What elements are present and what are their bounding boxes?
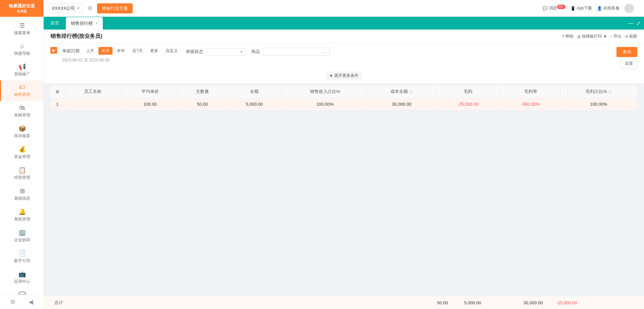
page-content: 销售排行榜(按业务员) ? 帮助 🖨 按模板打印 ▼ ↑ 导出 ↺ 刷新 <box>44 30 644 309</box>
cell-rank: 1 <box>51 98 64 110</box>
tab-controls: — ⤢ <box>628 20 644 27</box>
help-button[interactable]: ? 帮助 <box>562 34 573 39</box>
sidebar-item-operation[interactable]: 📋 经营管理 <box>0 163 43 184</box>
th-cost: 成本全额 ⓘ <box>368 85 436 98</box>
sidebar-item-purchase[interactable]: 🛍 采购管理 <box>0 101 43 121</box>
message-badge: 99+ <box>557 5 565 9</box>
trial-button[interactable]: 体验行业方案 <box>97 3 133 13</box>
goods-label: 商品 <box>251 49 260 55</box>
sidebar-item-inventory[interactable]: 📦 库存核算 <box>0 121 43 142</box>
cell-sales-pct: 100.00% <box>283 98 368 110</box>
date-tab-prev-month[interactable]: 上月 <box>83 47 97 55</box>
th-gross: 毛利 <box>436 85 501 98</box>
sidebar-bottom: ⚙ ◀ <box>0 295 43 309</box>
avatar[interactable] <box>625 4 634 13</box>
tab-sales-ranking[interactable]: 销售排行榜 × <box>66 17 103 30</box>
sidebar-item-marketing[interactable]: 📢 营销推广 <box>0 60 43 81</box>
sidebar-item-quick[interactable]: ⌂ 快捷导航 <box>0 39 43 60</box>
filter-mid: 单据状态 ▼ 商品 ... <box>186 47 611 56</box>
tab-close-icon[interactable]: × <box>95 21 98 26</box>
footer-quantity: 50.00 <box>429 300 456 305</box>
date-filter-row: 单据日期 上月 本月 本年 近7天 更多 自定义 <box>62 47 181 55</box>
sidebar-item-label: 系统管理 <box>14 216 30 222</box>
logo: 畅康通好生意 标准版 <box>0 0 43 17</box>
th-gross-rate: 毛利率 <box>501 85 560 98</box>
th-settings[interactable]: ⚙ <box>51 85 64 98</box>
cell-employee <box>64 98 121 110</box>
tab-active-label: 销售排行榜 <box>71 20 93 27</box>
date-tab-more[interactable]: 更多 <box>147 47 161 55</box>
service-icon: 👤 <box>597 6 602 11</box>
th-gross-pct: 毛利占比% ⓘ <box>560 85 637 98</box>
date-tab-7days[interactable]: 近7天 <box>129 47 146 55</box>
tab-home[interactable]: 首页 <box>44 17 66 30</box>
query-button[interactable]: 查询 <box>616 47 637 57</box>
sidebar-item-finance[interactable]: 💰 资金管理 <box>0 142 43 163</box>
date-tab-this-month[interactable]: 本月 <box>98 47 113 55</box>
date-tab-this-year[interactable]: 本年 <box>114 47 128 55</box>
tab-maximize-icon[interactable]: ⤢ <box>636 20 641 27</box>
export-icon: ↑ <box>610 34 612 39</box>
company-dropdown-arrow: ▼ <box>77 6 80 10</box>
refresh-icon: ↺ <box>625 34 628 39</box>
company-selector[interactable]: XXXXX公司 ▼ <box>49 4 83 13</box>
refresh-label: 刷新 <box>629 34 637 39</box>
status-dropdown-arrow: ▼ <box>240 50 243 54</box>
settings-button[interactable]: 设置 <box>620 58 637 69</box>
goods-input[interactable]: ... <box>263 48 330 56</box>
main-area: XXXXX公司 ▼ ⚙ 体验行业方案 💬 消息 99+ 📱 App下载 👤 在线… <box>44 0 644 309</box>
gear-button[interactable]: ⚙ <box>86 4 94 13</box>
sidebar-item-system[interactable]: 🔔 系统管理 <box>0 205 43 225</box>
footer-inner: 合计 50.00 5,000.00 30,000.00 -25,000.00 <box>50 300 637 306</box>
tab-minimize-icon[interactable]: — <box>628 20 634 26</box>
wechat-icon: 💬 <box>18 291 26 295</box>
filter-left: 单据日期 上月 本月 本年 近7天 更多 自定义 2023-06-01 至 20… <box>62 47 181 63</box>
footer-label: 合计 <box>50 300 77 306</box>
template-print-button[interactable]: 🖨 按模板打印 ▼ <box>577 34 607 39</box>
page-actions: ? 帮助 🖨 按模板打印 ▼ ↑ 导出 ↺ 刷新 <box>562 34 637 39</box>
print-icon: 🖨 <box>577 34 581 39</box>
logo-line2: 标准版 <box>17 9 27 13</box>
message-button[interactable]: 💬 消息 99+ <box>543 5 565 11</box>
collapse-icon[interactable]: ◀ <box>29 298 33 306</box>
table-footer: 合计 50.00 5,000.00 30,000.00 -25,000.00 <box>44 296 644 309</box>
date-tab-custom[interactable]: 自定义 <box>163 47 181 55</box>
settings-icon[interactable]: ⚙ <box>10 298 15 306</box>
th-quantity: 主数量 <box>179 85 226 98</box>
help-label: 帮助 <box>565 34 573 39</box>
app-download-label: App下载 <box>577 5 592 11</box>
date-range: 2023-06-01 至 2023-06-30 <box>62 57 181 63</box>
message-label: 消息 <box>549 5 557 11</box>
apps-icon: 📺 <box>18 270 26 278</box>
th-sales-pct: 销售收入占比% <box>283 85 368 98</box>
app-icon: 📱 <box>570 6 575 11</box>
date-label: 单据日期 <box>62 48 80 54</box>
cost-info-icon[interactable]: ⓘ <box>409 90 413 94</box>
sidebar-item-basic[interactable]: ⊞ 基础信息 <box>0 184 43 205</box>
sales-icon: 🏷 <box>19 84 25 91</box>
export-button[interactable]: ↑ 导出 <box>610 34 621 39</box>
sidebar-item-apps[interactable]: 📺 应用中心 <box>0 267 43 288</box>
app-download-button[interactable]: 📱 App下载 <box>570 5 592 11</box>
sidebar-item-guide[interactable]: 📄 新手引导 <box>0 246 43 267</box>
sidebar-item-sales[interactable]: 🏷 销售管理 <box>0 81 43 101</box>
more-icon[interactable]: ... <box>324 49 327 54</box>
gross-pct-info-icon[interactable]: ⓘ <box>608 90 612 94</box>
expand-more-conditions-button[interactable]: ▼ 展开更多条件 <box>326 71 362 80</box>
filter-right: 查询 设置 <box>616 47 637 69</box>
status-select[interactable]: ▼ <box>206 48 246 55</box>
filter-expand-arrow[interactable]: ▶ <box>50 47 57 54</box>
system-icon: 🔔 <box>18 208 26 215</box>
sidebar-item-search[interactable]: ☰ 搜索菜单 <box>0 18 43 39</box>
th-amount: 全额 <box>226 85 282 98</box>
help-icon: ? <box>562 34 564 39</box>
footer-cost: 30,000.00 <box>516 300 550 305</box>
sidebar-item-label: 快捷导航 <box>14 51 30 56</box>
online-service-button[interactable]: 👤 在线客服 <box>597 5 619 11</box>
refresh-button[interactable]: ↺ 刷新 <box>625 34 637 39</box>
sidebar-item-corp[interactable]: 🏢 企业协同 <box>0 225 43 246</box>
sidebar-item-label: 搜索菜单 <box>14 30 30 36</box>
sidebar-item-label: 新手引导 <box>14 258 30 264</box>
sidebar-item-wechat[interactable]: 💬 企业微信 <box>0 288 43 295</box>
cell-avg-price: 100.00 <box>121 98 178 110</box>
